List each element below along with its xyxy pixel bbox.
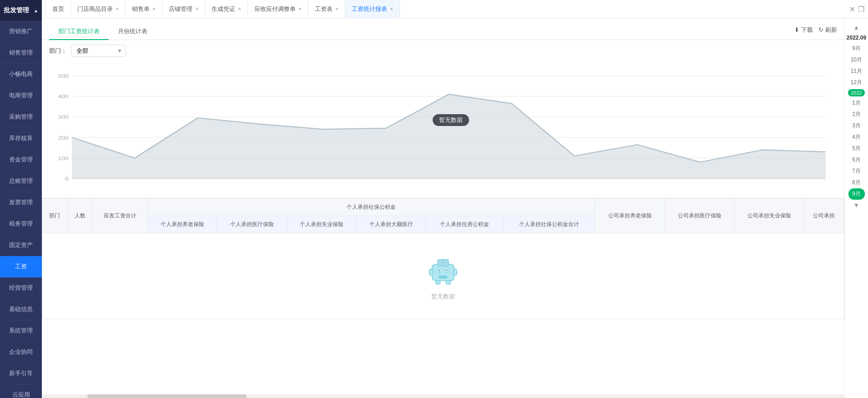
table-wrapper[interactable]: 部门人数应发工资合计个人承担社保公积金公司承担养老保险公司承担医疗保险公司承担失… xyxy=(42,198,844,394)
tab-close-icon[interactable]: × xyxy=(390,6,393,12)
timeline-month-2023-7月[interactable]: 7月 xyxy=(845,166,868,177)
sidebar-item-云应用[interactable]: 云应用 xyxy=(0,384,42,398)
col-count: 人数 xyxy=(67,199,93,233)
sidebar-item-电商管理[interactable]: 电商管理 xyxy=(0,85,42,106)
svg-text:200: 200 xyxy=(58,134,69,141)
col-group-personal: 个人承担社保公积金 xyxy=(147,199,595,216)
dept-select[interactable]: 全部销售部财务部技术部运营部 xyxy=(71,45,126,57)
download-button[interactable]: ⬇ 下载 xyxy=(794,26,813,34)
sidebar-item-销售管理[interactable]: 销售管理 xyxy=(0,42,42,64)
tab-应收应付调整单[interactable]: 应收应付调整单× xyxy=(248,0,308,18)
tab-工资表[interactable]: 工资表× xyxy=(308,0,345,18)
tabs-bar: 首页门店商品目录×销售单×店铺管理×生成凭证×应收应付调整单×工资表×工资统计报… xyxy=(42,0,868,18)
col-company-11: 公司承担失业保险 xyxy=(734,199,804,233)
chart-container: 0100200300400500 暂无数据 xyxy=(42,61,844,198)
tab-close-icon[interactable]: × xyxy=(298,6,302,12)
download-icon: ⬇ xyxy=(794,26,799,33)
tab-close-icon[interactable]: × xyxy=(335,6,338,12)
timeline-month-2022-11月[interactable]: 11月 xyxy=(845,65,868,77)
tab-close-controls: ✕ ❐ xyxy=(849,5,864,13)
sidebar-item-采购管理[interactable]: 采购管理 xyxy=(0,106,42,128)
restore-icon[interactable]: ❐ xyxy=(858,5,864,13)
refresh-icon: ↻ xyxy=(818,26,823,33)
sidebar-collapse-icon: ▲ xyxy=(34,8,38,13)
tab-工资统计报表[interactable]: 工资统计报表× xyxy=(345,0,400,18)
refresh-button[interactable]: ↻ 刷新 xyxy=(818,26,837,34)
sidebar-item-系统管理[interactable]: 系统管理 xyxy=(0,320,42,342)
timeline-month-2023-6月[interactable]: 6月 xyxy=(845,154,868,166)
svg-point-18 xyxy=(439,269,441,272)
sidebar-item-固定资产[interactable]: 固定资产 xyxy=(0,235,42,256)
timeline-month-2023-1月[interactable]: 1月 xyxy=(845,97,868,109)
sidebar-item-资金管理[interactable]: 资金管理 xyxy=(0,149,42,171)
col-dept: 部门 xyxy=(42,199,68,233)
col-personal-3: 个人承担养老保险 xyxy=(147,216,217,233)
svg-text:500: 500 xyxy=(58,73,69,79)
svg-rect-22 xyxy=(453,269,457,275)
col-company-12: 公司承担 xyxy=(804,199,844,233)
sidebar-title: 批发管理 xyxy=(4,6,29,15)
sub-tab-月份统计表[interactable]: 月份统计表 xyxy=(109,24,156,40)
sidebar-item-工资[interactable]: 工资 xyxy=(0,256,42,277)
empty-state: 暂无数据 xyxy=(46,238,840,314)
sidebar-item-库存核算[interactable]: 库存核算 xyxy=(0,128,42,149)
close-all-icon[interactable]: ✕ xyxy=(849,5,855,13)
svg-rect-23 xyxy=(436,281,440,284)
empty-text: 暂无数据 xyxy=(431,292,455,301)
col-salary: 应发工资合计 xyxy=(93,199,148,233)
stats-table: 部门人数应发工资合计个人承担社保公积金公司承担养老保险公司承担医疗保险公司承担失… xyxy=(42,198,844,319)
empty-icon xyxy=(425,252,461,288)
col-personal-4: 个人承担医疗保险 xyxy=(217,216,287,233)
chart-area: 0100200300400500 暂无数据 xyxy=(49,66,837,193)
timeline-month-2023-8月[interactable]: 8月 xyxy=(845,177,868,188)
tab-生成凭证[interactable]: 生成凭证× xyxy=(205,0,248,18)
timeline-down-arrow[interactable]: ▼ xyxy=(852,200,862,211)
sidebar-item-总账管理[interactable]: 总账管理 xyxy=(0,171,42,192)
col-company-9: 公司承担养老保险 xyxy=(595,199,665,233)
timeline-month-2023-3月[interactable]: 3月 xyxy=(845,120,868,131)
svg-text:100: 100 xyxy=(58,155,69,161)
sidebar-item-经营管理[interactable]: 经营管理 xyxy=(0,277,42,299)
timeline-month-2023-4月[interactable]: 4月 xyxy=(845,131,868,143)
sub-tab-部门工资统计表[interactable]: 部门工资统计表 xyxy=(49,24,109,40)
scrollbar-thumb[interactable] xyxy=(87,394,247,398)
tab-close-icon[interactable]: × xyxy=(116,6,119,12)
tab-销售单[interactable]: 销售单× xyxy=(126,0,162,18)
sub-tabs-actions: ⬇ 下载 ↻ 刷新 xyxy=(794,26,837,38)
col-personal-7: 个人承担住房公积金 xyxy=(426,216,503,233)
svg-rect-21 xyxy=(429,269,433,275)
timeline-month-2022-10月[interactable]: 10月 xyxy=(845,54,868,65)
sidebar-item-新手引导[interactable]: 新手引导 xyxy=(0,363,42,384)
tab-close-icon[interactable]: × xyxy=(152,6,156,12)
timeline-month-2023-9月[interactable]: 9月 xyxy=(848,188,865,200)
content-area: 部门工资统计表月份统计表 ⬇ 下载 ↻ 刷新 部门： 全部销售部财务部技术部运营… xyxy=(42,18,844,398)
refresh-label: 刷新 xyxy=(825,26,837,34)
tab-门店商品目录[interactable]: 门店商品目录× xyxy=(71,0,126,18)
tab-店铺管理[interactable]: 店铺管理× xyxy=(162,0,205,18)
sidebar-item-基础信息[interactable]: 基础信息 xyxy=(0,299,42,320)
timeline-year-2022: 2022.09 xyxy=(847,35,866,41)
sidebar-item-企业协同[interactable]: 企业协同 xyxy=(0,342,42,363)
svg-rect-20 xyxy=(439,276,447,278)
svg-text:0: 0 xyxy=(65,176,69,182)
sidebar-item-营销推广[interactable]: 营销推广 xyxy=(0,21,42,42)
col-personal-6: 个人承担大额医疗 xyxy=(357,216,426,233)
svg-rect-24 xyxy=(446,281,450,284)
timeline-month-2023-2月[interactable]: 2月 xyxy=(845,109,868,120)
col-personal-8: 个人承担社保公积金合计 xyxy=(503,216,595,233)
sub-tabs: 部门工资统计表月份统计表 ⬇ 下载 ↻ 刷新 xyxy=(42,18,844,40)
timeline-year-badge-2023: 2022 xyxy=(848,89,864,96)
timeline-month-2022-9月[interactable]: 9月 xyxy=(845,43,868,54)
tab-首页[interactable]: 首页 xyxy=(45,0,71,18)
sidebar-item-税务管理[interactable]: 税务管理 xyxy=(0,213,42,235)
horizontal-scrollbar[interactable] xyxy=(42,394,844,398)
sidebar-header[interactable]: 批发管理 ▲ xyxy=(0,0,42,21)
sidebar-item-发票管理[interactable]: 发票管理 xyxy=(0,192,42,213)
timeline-up-arrow[interactable]: ▲ xyxy=(852,22,862,33)
tab-close-icon[interactable]: × xyxy=(238,6,241,12)
col-personal-5: 个人承担失业保险 xyxy=(287,216,356,233)
timeline-month-2023-5月[interactable]: 5月 xyxy=(845,143,868,154)
sidebar-item-小畅电商[interactable]: 小畅电商 xyxy=(0,64,42,85)
timeline-month-2022-12月[interactable]: 12月 xyxy=(845,77,868,88)
tab-close-icon[interactable]: × xyxy=(195,6,198,12)
